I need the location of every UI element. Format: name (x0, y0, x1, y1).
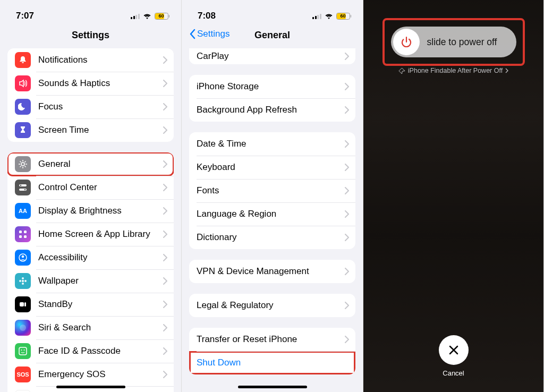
power-knob[interactable] (393, 29, 420, 55)
settings-row-face-id-passcode[interactable]: Face ID & Passcode (7, 339, 174, 363)
hourglass-icon (15, 122, 31, 138)
status-indicators: 60 (131, 13, 169, 20)
page-title: Settings (0, 27, 181, 48)
svg-point-21 (21, 350, 22, 351)
general-row-dictionary[interactable]: Dictionary (189, 226, 355, 249)
slide-to-power-off[interactable]: slide to power off (391, 27, 516, 57)
svg-text:AA: AA (19, 208, 27, 214)
settings-row-standby[interactable]: StandBy (7, 293, 174, 316)
svg-rect-8 (19, 235, 22, 238)
row-label: Dictionary (197, 232, 345, 243)
svg-rect-17 (20, 302, 24, 306)
back-button[interactable]: Settings (189, 29, 230, 39)
settings-row-notifications[interactable]: Notifications (7, 48, 174, 72)
cancel-button[interactable] (439, 335, 469, 365)
general-row-background-app-refresh[interactable]: Background App Refresh (189, 98, 355, 122)
settings-row-screen-time[interactable]: Screen Time (7, 118, 174, 142)
chevron-right-icon (345, 302, 349, 309)
general-row-iphone-storage[interactable]: iPhone Storage (189, 75, 355, 98)
sun-icon: AA (15, 203, 31, 219)
settings-row-display-brightness[interactable]: AADisplay & Brightness (7, 199, 174, 223)
row-label: Focus (38, 101, 163, 112)
settings-row-home-screen-app-library[interactable]: Home Screen & App Library (7, 223, 174, 246)
svg-point-16 (24, 280, 27, 282)
general-row-date-time[interactable]: Date & Time (189, 132, 355, 156)
nav-bar: Settings General (182, 27, 363, 48)
findable-link[interactable]: iPhone Findable After Power Off (363, 67, 543, 74)
svg-point-22 (24, 350, 25, 351)
row-label: StandBy (38, 299, 163, 310)
chevron-right-icon (163, 80, 167, 87)
cancel-group: Cancel (363, 335, 543, 377)
power-icon (400, 36, 413, 48)
chevron-right-icon (163, 277, 167, 285)
svg-point-15 (19, 280, 21, 282)
grid-icon (15, 226, 31, 242)
power-off-screen: slide to power off iPhone Findable After… (363, 0, 544, 392)
row-label: Shut Down (197, 357, 349, 368)
svg-point-4 (24, 189, 26, 191)
chevron-right-icon (163, 56, 167, 64)
home-indicator[interactable] (238, 386, 307, 388)
status-bar: 7:08 60 (182, 0, 363, 27)
settings-row-focus[interactable]: Focus (7, 95, 174, 118)
svg-point-3 (20, 185, 22, 186)
general-row-fonts[interactable]: Fonts (189, 179, 355, 202)
row-label: iPhone Storage (197, 81, 345, 92)
battery-icon: 60 (336, 13, 352, 20)
general-row-vpn-device-management[interactable]: VPN & Device Management (189, 260, 355, 283)
row-label: CarPlay (197, 51, 345, 62)
svg-point-11 (22, 255, 24, 258)
sos-icon: SOS (15, 367, 31, 382)
row-label: Wallpaper (38, 276, 163, 286)
findable-label: iPhone Findable After Power Off (408, 67, 503, 74)
row-label: Keyboard (197, 162, 345, 173)
bell-icon (15, 52, 31, 68)
settings-row-control-center[interactable]: Control Center (7, 176, 174, 199)
svg-rect-20 (19, 347, 27, 355)
row-label: Notifications (38, 55, 163, 65)
chevron-right-icon (163, 301, 167, 308)
cancel-label: Cancel (443, 369, 464, 377)
row-label: General (38, 159, 163, 169)
settings-group: GeneralControl CenterAADisplay & Brightn… (7, 152, 174, 392)
exposure-icon (15, 390, 31, 392)
general-row-legal-regulatory[interactable]: Legal & Regulatory (189, 294, 355, 317)
chevron-right-icon (163, 254, 167, 261)
speaker-icon (15, 75, 31, 91)
row-label: Transfer or Reset iPhone (197, 334, 345, 345)
general-row-language-region[interactable]: Language & Region (189, 202, 355, 226)
row-label: Date & Time (197, 139, 345, 149)
settings-row-emergency-sos[interactable]: SOSEmergency SOS (7, 363, 174, 386)
status-indicators: 60 (312, 13, 351, 20)
settings-row-siri-search[interactable]: Siri & Search (7, 316, 174, 339)
chevron-right-icon (345, 106, 349, 114)
cellular-icon (312, 13, 321, 19)
chevron-right-icon (505, 68, 508, 73)
settings-row-accessibility[interactable]: Accessibility (7, 246, 174, 269)
settings-row-sounds-haptics[interactable]: Sounds & Haptics (7, 72, 174, 95)
general-row-keyboard[interactable]: Keyboard (189, 156, 355, 179)
settings-row-general[interactable]: General (7, 152, 174, 176)
general-row-carplay[interactable]: CarPlay (189, 48, 355, 64)
moon-icon (15, 99, 31, 115)
general-row-transfer-or-reset-iphone[interactable]: Transfer or Reset iPhone (189, 328, 355, 351)
settings-row-wallpaper[interactable]: Wallpaper (7, 269, 174, 293)
standby-icon (15, 296, 31, 312)
general-group: Legal & Regulatory (189, 294, 355, 317)
chevron-right-icon (163, 126, 167, 134)
general-screen: 7:08 60 Settings General CarPlayiPhone S… (182, 0, 363, 392)
general-row-shut-down[interactable]: Shut Down (189, 351, 355, 374)
svg-rect-18 (24, 302, 26, 306)
chevron-right-icon (163, 160, 167, 168)
chevron-right-icon (345, 164, 349, 171)
home-indicator[interactable] (56, 386, 125, 388)
flower-icon (15, 273, 31, 289)
wifi-icon (143, 13, 151, 19)
status-time: 7:08 (198, 11, 216, 21)
settings-group: NotificationsSounds & HapticsFocusScreen… (7, 48, 174, 142)
svg-rect-9 (24, 235, 27, 238)
chevron-right-icon (163, 324, 167, 331)
chevron-right-icon (345, 53, 349, 60)
row-label: Accessibility (38, 252, 163, 263)
